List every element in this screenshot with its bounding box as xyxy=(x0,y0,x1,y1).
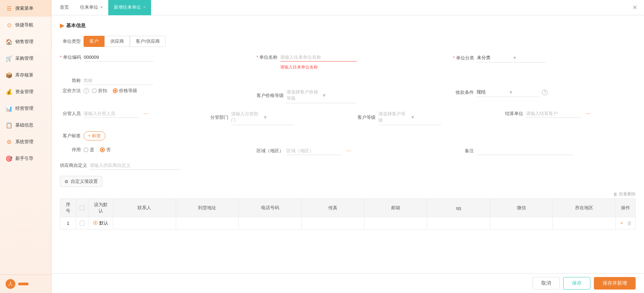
sidebar-item-basic-info[interactable]: 📋 基础信息 xyxy=(0,117,51,133)
contact-input[interactable] xyxy=(117,221,172,226)
field-unit-category: 单位分类 未分类 ▼ xyxy=(453,53,636,63)
close-all-tabs[interactable]: ✕ xyxy=(628,4,641,11)
unit-type-customer[interactable]: 客户 xyxy=(84,36,104,47)
batch-delete-icon: 🗑 xyxy=(613,192,618,197)
settlement-unit-input[interactable] xyxy=(526,109,582,118)
pricing-help-icon[interactable]: ? xyxy=(84,88,89,93)
default-radio[interactable]: ⦿ xyxy=(93,220,98,226)
sidebar-item-label: 新手引导 xyxy=(15,155,33,162)
sidebar-item-guide[interactable]: 🎯 新手引导 xyxy=(0,150,51,167)
default-label: 默认 xyxy=(99,220,108,226)
customer-price-placeholder: 请选择客户价格等级 xyxy=(286,89,321,101)
form-row-customer-tag: 客户标签 + 标签 xyxy=(60,131,636,140)
field-department: 分管部门 请输入分管部门 ▼ xyxy=(207,109,341,125)
purchase-icon: 🛒 xyxy=(6,55,13,62)
remark-input[interactable] xyxy=(477,147,574,155)
sidebar-item-sales[interactable]: 🏠 销售管理 xyxy=(0,33,51,50)
row-phone[interactable] xyxy=(239,217,301,229)
unit-name-error: 请输入往来单位名称 xyxy=(280,65,318,70)
sidebar-item-operations[interactable]: 📊 经营管理 xyxy=(0,100,51,117)
row-address[interactable] xyxy=(176,217,238,229)
custom-settings-label: 自定义项设置 xyxy=(71,178,98,185)
save-new-button[interactable]: 保存并新增 xyxy=(594,277,636,290)
disabled-radio-group: 是 否 xyxy=(84,147,111,153)
sidebar-item-quick-nav[interactable]: ⊙ 快捷导航 xyxy=(0,17,51,33)
unit-type-label: 单位类型 xyxy=(60,38,81,44)
region-input[interactable] xyxy=(286,147,342,155)
department-select[interactable]: 请输入分管部门 ▼ xyxy=(231,109,294,125)
unit-name-input[interactable] xyxy=(280,53,357,62)
table-row: 1 ⦿ 默认 xyxy=(60,217,636,229)
customer-price-select[interactable]: 请选择客户价格等级 ▼ xyxy=(286,88,356,103)
field-customer-price-level: 客户价格等级 请选择客户价格等级 ▼ xyxy=(257,88,439,103)
tab-new-unit-close[interactable]: × xyxy=(143,5,146,10)
department-label: 分管部门 xyxy=(207,114,228,121)
tab-unit-list[interactable]: 往来单位 × xyxy=(74,0,108,15)
sidebar-item-label: 库存核算 xyxy=(15,72,33,78)
gear-icon: ⚙ xyxy=(64,179,69,184)
wechat-input[interactable] xyxy=(494,221,549,226)
payment-terms-help-icon[interactable]: ? xyxy=(542,90,548,95)
unit-type-supplier[interactable]: 供应商 xyxy=(104,36,130,47)
region-more[interactable]: ··· xyxy=(345,148,352,154)
col-address: 到货地址 xyxy=(176,199,238,217)
customer-level-chevron: ▼ xyxy=(410,115,441,120)
unit-code-label: 单位编码 xyxy=(60,54,81,60)
row-fax[interactable] xyxy=(301,217,364,229)
sidebar-item-label: 搜索菜单 xyxy=(15,5,33,11)
department-chevron: ▼ xyxy=(263,115,294,120)
row-qq[interactable] xyxy=(427,217,490,229)
unit-category-select[interactable]: 未分类 ▼ xyxy=(477,53,547,63)
field-customer-level: 客户等级 请选择客户等级 ▼ xyxy=(355,109,488,125)
cancel-button[interactable]: 取消 xyxy=(533,277,560,290)
region-label: 区域（地区） xyxy=(257,148,284,154)
qq-input[interactable] xyxy=(431,221,486,226)
supplier-custom-input[interactable] xyxy=(90,161,180,170)
col-contact: 联系人 xyxy=(113,199,176,217)
contact-table: 序号 设为默认 联系人 到货地址 电话号码 传真 邮箱 qq 微信 所在地区 操… xyxy=(60,198,636,229)
tab-home[interactable]: 首页 xyxy=(54,0,74,15)
row-checkbox[interactable] xyxy=(80,221,85,226)
row-email[interactable] xyxy=(364,217,427,229)
select-all-checkbox[interactable] xyxy=(80,205,85,210)
unit-code-input[interactable] xyxy=(84,53,154,62)
field-short-name: 简称 xyxy=(60,76,636,85)
add-tag-button[interactable]: + 标签 xyxy=(84,131,105,140)
manager-input[interactable] xyxy=(84,109,139,118)
delete-row-icon[interactable]: 🗑 xyxy=(627,220,632,226)
sidebar-item-finance[interactable]: 💰 资金管理 xyxy=(0,83,51,100)
col-wechat: 微信 xyxy=(490,199,552,217)
sidebar-item-label: 快捷导航 xyxy=(15,22,33,28)
sidebar-item-label: 采购管理 xyxy=(15,55,33,62)
row-wechat[interactable] xyxy=(490,217,552,229)
sidebar-item-inventory[interactable]: 📦 库存核算 xyxy=(0,67,51,83)
guide-icon: 🎯 xyxy=(6,155,13,162)
operations-icon: 📊 xyxy=(6,105,13,112)
row-contact[interactable] xyxy=(113,217,176,229)
tab-new-unit[interactable]: 新增往来单位 × xyxy=(108,0,151,15)
disabled-yes[interactable]: 是 xyxy=(84,147,94,153)
tab-unit-list-close[interactable]: × xyxy=(100,5,103,10)
fax-input[interactable] xyxy=(305,221,361,226)
settlement-unit-more[interactable]: ··· xyxy=(584,111,592,117)
sidebar-item-purchase[interactable]: 🛒 采购管理 xyxy=(0,50,51,67)
payment-terms-select[interactable]: 现结 ▼ xyxy=(477,88,539,97)
custom-settings-button[interactable]: ⚙ 自定义项设置 xyxy=(60,176,102,187)
row-region-input[interactable] xyxy=(556,221,612,226)
pricing-discount[interactable]: 折扣 xyxy=(92,88,107,94)
sidebar-item-search[interactable]: ☰ 搜索菜单 xyxy=(0,0,51,17)
save-button[interactable]: 保存 xyxy=(563,277,590,290)
disabled-no[interactable]: 否 xyxy=(100,147,111,153)
address-input[interactable] xyxy=(180,221,235,226)
pricing-price-level[interactable]: 价格等级 xyxy=(113,88,137,94)
short-name-input[interactable] xyxy=(84,76,153,85)
sidebar-collapse-bar[interactable] xyxy=(18,283,29,285)
phone-input[interactable] xyxy=(242,221,298,226)
add-row-icon[interactable]: ＋ xyxy=(619,220,624,226)
unit-type-both[interactable]: 客户/供应商 xyxy=(130,36,166,47)
email-input[interactable] xyxy=(368,221,423,226)
row-region[interactable] xyxy=(553,217,615,229)
sidebar-item-system[interactable]: ⚙ 系统管理 xyxy=(0,133,51,150)
manager-more[interactable]: ··· xyxy=(142,111,149,117)
customer-level-select[interactable]: 请选择客户等级 ▼ xyxy=(378,109,441,125)
